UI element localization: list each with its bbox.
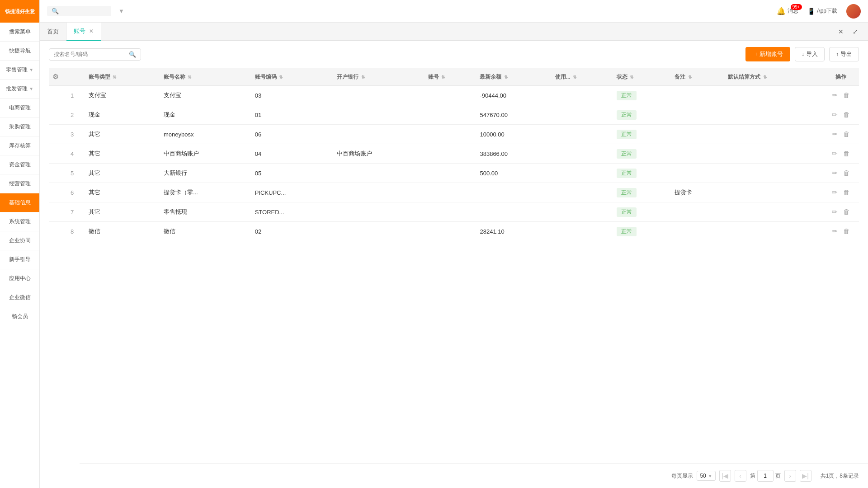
edit-button[interactable]: ✏	[830, 226, 840, 236]
import-label: 导入	[806, 50, 818, 58]
app-download-button[interactable]: 📱 App下载	[807, 7, 837, 15]
th-latest-balance-label: 最新余额	[480, 74, 501, 80]
delete-button[interactable]: 🗑	[841, 207, 852, 216]
th-default-settlement[interactable]: 默认结算方式 ⇅	[724, 68, 823, 86]
sidebar-item-basic-info[interactable]: 基础信息	[0, 193, 39, 212]
th-bank[interactable]: 开户银行 ⇅	[333, 68, 425, 86]
sidebar-item-finance-mgmt[interactable]: 资金管理	[0, 155, 39, 174]
edit-button[interactable]: ✏	[830, 188, 840, 197]
last-page-button[interactable]: ▶|	[800, 470, 811, 482]
cell-remarks	[671, 202, 724, 222]
logo-text: 畅捷通好生意	[5, 8, 35, 14]
global-search-box[interactable]: 🔍	[47, 6, 111, 16]
sort-icon[interactable]: ⇅	[630, 75, 633, 80]
sidebar-item-members[interactable]: 畅会员	[0, 307, 39, 326]
sort-icon[interactable]: ⇅	[279, 75, 283, 80]
edit-button[interactable]: ✏	[830, 129, 840, 139]
account-search-input[interactable]	[54, 51, 126, 57]
sort-icon[interactable]: ⇅	[188, 75, 191, 80]
search-submit-icon[interactable]: 🔍	[129, 51, 136, 58]
account-search-wrap[interactable]: 🔍	[49, 48, 141, 61]
module-dropdown[interactable]: ▼	[118, 8, 124, 14]
page-size-select[interactable]: 50 ▼	[697, 471, 715, 481]
prev-page-button[interactable]: ‹	[735, 470, 746, 482]
sort-icon[interactable]: ⇅	[573, 75, 576, 80]
import-button[interactable]: ↓ 导入	[795, 47, 825, 61]
tab-close-button[interactable]: ✕	[89, 28, 94, 34]
edit-button[interactable]: ✏	[830, 90, 840, 100]
user-avatar[interactable]	[846, 4, 861, 19]
th-account-name[interactable]: 账号名称 ⇅	[160, 68, 251, 86]
sidebar-item-quick-nav[interactable]: 快捷导航	[0, 42, 39, 61]
sidebar-item-system-mgmt[interactable]: 系统管理	[0, 212, 39, 231]
cell-account-name: 支付宝	[160, 86, 251, 105]
th-account-type[interactable]: 账号类型 ⇅	[85, 68, 160, 86]
delete-button[interactable]: 🗑	[841, 149, 852, 158]
sidebar-item-enterprise-agreement[interactable]: 企业协同	[0, 231, 39, 250]
cell-remarks: 提货卡	[671, 183, 724, 202]
search-icon: 🔍	[52, 8, 59, 14]
sidebar-item-operation-mgmt[interactable]: 经营管理	[0, 174, 39, 193]
cell-latest-balance: 10000.00	[476, 125, 551, 144]
cell-status: 正常	[613, 164, 671, 183]
delete-button[interactable]: 🗑	[841, 168, 852, 178]
sidebar-item-label: 批发管理	[6, 85, 28, 92]
sidebar-item-label: 经营管理	[9, 180, 31, 187]
th-account-type-label: 账号类型	[89, 74, 110, 80]
page-number-input[interactable]	[757, 470, 774, 482]
sidebar-item-enterprise-wechat[interactable]: 企业微信	[0, 288, 39, 307]
sidebar-item-label: 新手引导	[9, 256, 31, 263]
add-account-button[interactable]: + 新增账号	[745, 47, 790, 61]
tab-account-label: 账号	[74, 27, 85, 35]
edit-button[interactable]: ✏	[830, 149, 840, 159]
next-page-button[interactable]: ›	[784, 470, 796, 482]
th-gear[interactable]: ⚙	[49, 68, 67, 86]
th-remarks[interactable]: 备注 ⇅	[671, 68, 724, 86]
sidebar-item-label: 库存核算	[9, 142, 31, 149]
tab-home[interactable]: 首页	[40, 23, 66, 41]
sidebar-item-purchase-mgmt[interactable]: 采购管理	[0, 117, 39, 136]
sort-icon[interactable]: ⇅	[688, 75, 692, 80]
sidebar-item-retail-mgmt[interactable]: 零售管理 ▼	[0, 61, 39, 80]
th-account-code[interactable]: 账号编码 ⇅	[251, 68, 334, 86]
sort-icon[interactable]: ⇅	[763, 75, 767, 80]
edit-button[interactable]: ✏	[830, 207, 840, 217]
sort-icon[interactable]: ⇅	[441, 75, 445, 80]
sort-icon[interactable]: ⇅	[113, 75, 116, 80]
notification-button[interactable]: 🔔 消息 99+	[777, 7, 798, 15]
export-button[interactable]: ↑ 导出	[829, 47, 859, 61]
global-search-input[interactable]	[61, 8, 107, 14]
sort-icon[interactable]: ⇅	[361, 75, 365, 80]
tab-account[interactable]: 账号 ✕	[66, 23, 101, 41]
th-bank-label: 开户银行	[337, 74, 359, 80]
tab-expand-action[interactable]: ⤢	[850, 26, 861, 37]
edit-button[interactable]: ✏	[830, 168, 840, 178]
cell-num: 4	[67, 144, 85, 164]
delete-button[interactable]: 🗑	[841, 226, 852, 236]
sidebar-item-inventory[interactable]: 库存核算	[0, 136, 39, 155]
cell-operations: ✏ 🗑	[823, 86, 859, 105]
sidebar-item-search-menu[interactable]: 搜索菜单	[0, 23, 39, 42]
cell-num: 2	[67, 105, 85, 125]
first-page-button[interactable]: |◀	[719, 470, 731, 482]
table-row: 1 支付宝 支付宝 03 -90444.00 正常 ✏ 🗑	[49, 86, 859, 105]
th-status[interactable]: 状态 ⇅	[613, 68, 671, 86]
delete-button[interactable]: 🗑	[841, 129, 852, 139]
tab-close-action[interactable]: ✕	[835, 26, 846, 37]
th-usage[interactable]: 使用... ⇅	[552, 68, 613, 86]
sidebar-item-ecommerce-mgmt[interactable]: 电商管理	[0, 99, 39, 117]
status-badge: 正常	[617, 130, 637, 139]
delete-button[interactable]: 🗑	[841, 188, 852, 197]
cell-usage	[552, 86, 613, 105]
delete-button[interactable]: 🗑	[841, 90, 852, 100]
sidebar-item-wholesale-mgmt[interactable]: 批发管理 ▼	[0, 80, 39, 99]
sort-icon[interactable]: ⇅	[504, 75, 508, 80]
th-latest-balance[interactable]: 最新余额 ⇅	[476, 68, 551, 86]
sidebar-item-new-guide[interactable]: 新手引导	[0, 250, 39, 269]
th-account-no[interactable]: 账号 ⇅	[425, 68, 476, 86]
edit-button[interactable]: ✏	[830, 110, 840, 120]
gear-icon[interactable]: ⚙	[52, 73, 58, 80]
sidebar-item-app-center[interactable]: 应用中心	[0, 269, 39, 288]
delete-button[interactable]: 🗑	[841, 110, 852, 119]
cell-latest-balance	[476, 183, 551, 202]
